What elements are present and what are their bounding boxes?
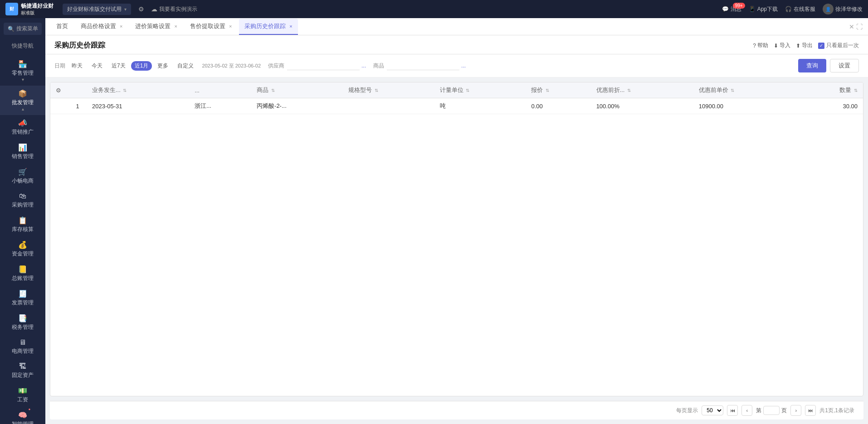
goods-more[interactable]: ...	[461, 63, 466, 69]
sidebar: 🔍 搜索菜单 快捷导航 🏪 零售管理 ▾ 📦 批发管理 ▴ 📣 营销推广 📊 销…	[0, 18, 45, 424]
user-profile-button[interactable]: 👤 徐泽华修改	[823, 4, 863, 14]
page-number-input[interactable]: 1	[763, 406, 780, 415]
col-goods-header[interactable]: 商品 ⇅	[251, 82, 343, 98]
col-qty-header[interactable]: 数量 ⇅	[798, 82, 863, 98]
page-header: 采购历史价跟踪 ? 帮助 ⬇ 导入 ⬆ 导出 ✓ 只看最后一次	[45, 35, 868, 54]
sidebar-item-label: 采购管理	[12, 201, 34, 209]
demo-button[interactable]: ☁ 我要看实例演示	[151, 5, 197, 13]
settings-icon-btn[interactable]: ⚙	[135, 3, 147, 15]
next-page-button[interactable]: ›	[790, 405, 801, 416]
settings-button[interactable]: 设置	[830, 59, 859, 72]
sort-icon: ⇅	[731, 88, 734, 93]
tab-close-icon[interactable]: ×	[289, 24, 292, 29]
maximize-icon[interactable]: ⛶	[856, 23, 863, 30]
col-pre-price-header[interactable]: 优惠前单价 ⇅	[693, 82, 798, 98]
tab-purchase-history[interactable]: 采购历史价跟踪 ×	[239, 19, 297, 35]
date-option-today[interactable]: 今天	[88, 61, 106, 71]
sidebar-item-finance[interactable]: 💰 资金管理	[0, 237, 45, 261]
tab-close-icon[interactable]: ×	[174, 24, 177, 29]
online-service-button[interactable]: 🎧 在线客服	[785, 5, 815, 13]
window-controls: ✕ ⛶	[849, 23, 863, 30]
supplier-input[interactable]	[287, 62, 360, 70]
headset-icon: 🎧	[785, 6, 792, 12]
date-option-7days[interactable]: 近7天	[108, 61, 129, 71]
col-date-header[interactable]: 业务发生... ⇅	[87, 82, 189, 98]
goods-input[interactable]	[387, 62, 459, 70]
export-button[interactable]: ⬆ 导出	[796, 42, 813, 49]
first-page-button[interactable]: ⏮	[727, 405, 738, 416]
filter-bar: 日期 昨天 今天 近7天 近1月 更多 自定义 2023-05-02 至 202…	[45, 54, 868, 77]
sort-icon: ⇅	[123, 88, 127, 93]
sidebar-item-ecommerce[interactable]: 🖥 电商管理	[0, 335, 45, 359]
sidebar-item-ledger[interactable]: 📒 总账管理	[0, 261, 45, 286]
ledger-icon: 📒	[18, 265, 27, 274]
row-supplier-cell: 浙江...	[189, 98, 251, 114]
sidebar-item-inventory[interactable]: 📋 库存核算	[0, 212, 45, 237]
search-menu-button[interactable]: 🔍 搜索菜单	[4, 23, 42, 35]
sidebar-item-marketing[interactable]: 📣 营销推广	[0, 115, 45, 140]
filter-actions: 查询 设置	[798, 59, 859, 72]
tab-goods-price[interactable]: 商品价格设置 ×	[75, 19, 128, 35]
sidebar-item-sales[interactable]: 📊 销售管理	[0, 140, 45, 164]
sidebar-item-ecommerce-small[interactable]: 🛒 小畅电商	[0, 164, 45, 188]
sidebar-item-invoice[interactable]: 🧾 发票管理	[0, 286, 45, 310]
messages-button[interactable]: 💬 消息 99+	[722, 5, 741, 13]
import-label: 导入	[780, 42, 790, 49]
sidebar-item-retail[interactable]: 🏪 零售管理 ▾	[0, 56, 45, 86]
version-selector[interactable]: 好业财标准版交付试用 ▾	[63, 4, 131, 15]
date-filter-label: 日期	[54, 62, 65, 70]
help-label: 帮助	[757, 42, 768, 49]
page-title: 采购历史价跟踪	[54, 41, 105, 50]
top-bar: 财 畅捷通好业财 标准版 好业财标准版交付试用 ▾ ⚙ ☁ 我要看实例演示 💬 …	[0, 0, 868, 18]
help-button[interactable]: ? 帮助	[753, 42, 768, 49]
tab-close-icon[interactable]: ×	[120, 24, 122, 29]
date-option-custom[interactable]: 自定义	[174, 61, 197, 71]
user-name: 徐泽华修改	[835, 5, 863, 13]
app-download-button[interactable]: 📱 App下载	[749, 5, 778, 13]
date-option-yesterday[interactable]: 昨天	[68, 61, 86, 71]
row-spec-cell	[343, 98, 434, 114]
sort-icon: ⇅	[466, 88, 469, 93]
query-button[interactable]: 查询	[798, 59, 826, 72]
col-price-header[interactable]: 报价 ⇅	[526, 82, 590, 98]
pagination-bar: 每页显示 50 ⏮ ‹ 第 1 页 › ⏭ 共1页,1条记录	[50, 401, 863, 419]
tab-home[interactable]: 首页	[51, 19, 73, 35]
app-download-label: App下载	[757, 5, 778, 13]
chevron-down-icon: ▾	[124, 7, 127, 12]
close-window-icon[interactable]: ✕	[849, 23, 854, 30]
tab-sale-price[interactable]: 售价提取设置 ×	[185, 19, 237, 35]
sidebar-item-purchase[interactable]: 🛍 采购管理	[0, 188, 45, 212]
smart-icon: 🧠	[18, 411, 27, 419]
date-option-1month[interactable]: 近1月	[131, 61, 152, 71]
col-spec-header[interactable]: 规格型号 ⇅	[343, 82, 434, 98]
sidebar-item-smart[interactable]: ● 🧠 智能管理	[0, 407, 45, 424]
sidebar-item-fixed-assets[interactable]: 🏗 固定资产	[0, 359, 45, 383]
col-num-header	[68, 82, 87, 98]
tab-close-icon[interactable]: ×	[229, 24, 232, 29]
last-page-button[interactable]: ⏭	[805, 405, 816, 416]
tab-purchase-strategy[interactable]: 进价策略设置 ×	[130, 19, 182, 35]
tab-bar-end: ✕ ⛶	[845, 23, 863, 30]
main-layout: 🔍 搜索菜单 快捷导航 🏪 零售管理 ▾ 📦 批发管理 ▴ 📣 营销推广 📊 销…	[0, 18, 868, 424]
supplier-more[interactable]: ...	[361, 63, 366, 69]
quick-nav[interactable]: 快捷导航	[0, 39, 45, 53]
col-unit-header[interactable]: 计量单位 ⇅	[434, 82, 526, 98]
import-button[interactable]: ⬇ 导入	[774, 42, 790, 49]
tab-purchase-history-label: 采购历史价跟踪	[244, 22, 286, 30]
sidebar-item-tax[interactable]: 📑 税务管理	[0, 310, 45, 335]
col-discount-header[interactable]: 优惠前折... ⇅	[591, 82, 693, 98]
date-option-more[interactable]: 更多	[154, 61, 172, 71]
sidebar-item-wholesale[interactable]: 📦 批发管理 ▴	[0, 86, 45, 115]
checkbox-checked-icon: ✓	[818, 43, 824, 49]
logo-icon: 财	[5, 3, 18, 15]
sort-icon: ⇅	[854, 88, 858, 93]
per-page-select[interactable]: 50	[702, 405, 723, 415]
sidebar-item-label: 批发管理	[12, 99, 34, 106]
sidebar-item-label: 总账管理	[12, 275, 34, 282]
col-settings-header[interactable]: ⚙	[50, 82, 68, 98]
only-last-checkbox[interactable]: ✓ 只看最后一次	[818, 42, 859, 49]
col-more-header[interactable]: ...	[189, 82, 251, 98]
prev-page-button[interactable]: ‹	[741, 405, 752, 416]
sidebar-item-payroll[interactable]: 💵 工资	[0, 383, 45, 407]
table-header-row: ⚙ 业务发生... ⇅ ... 商品 ⇅	[50, 82, 863, 98]
